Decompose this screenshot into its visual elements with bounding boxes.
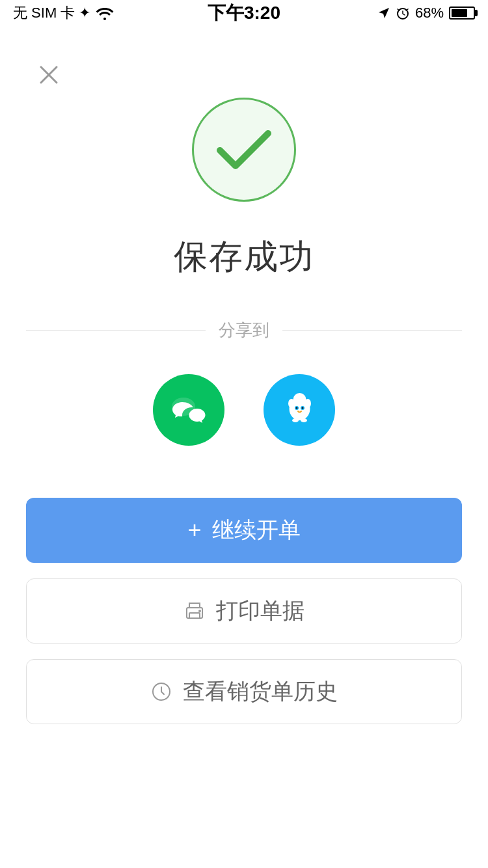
divider-line-right <box>282 330 462 331</box>
svg-rect-19 <box>189 613 200 618</box>
svg-point-9 <box>293 393 306 406</box>
view-history-button[interactable]: 查看销货单历史 <box>26 659 462 724</box>
view-history-label: 查看销货单历史 <box>183 677 338 707</box>
history-icon <box>150 681 172 703</box>
svg-point-6 <box>193 414 196 416</box>
location-icon <box>377 7 390 20</box>
print-label: 打印单据 <box>216 596 305 626</box>
close-icon <box>37 63 61 87</box>
svg-point-5 <box>183 405 186 409</box>
svg-point-16 <box>292 418 299 422</box>
continue-order-button[interactable]: + 继续开单 <box>26 498 462 563</box>
svg-point-13 <box>301 407 303 409</box>
action-buttons: + 继续开单 打印单据 查看销货单历史 <box>26 498 462 724</box>
checkmark-icon <box>215 126 273 174</box>
continue-order-icon: + <box>187 517 201 544</box>
success-circle <box>192 98 296 202</box>
success-title: 保存成功 <box>174 234 314 280</box>
svg-point-15 <box>305 399 311 408</box>
svg-point-14 <box>288 399 295 408</box>
print-icon <box>183 600 206 622</box>
no-sim-text: 无 SIM 卡 ✦ <box>13 3 90 23</box>
wechat-logo-icon <box>168 389 210 431</box>
share-icons <box>153 374 335 446</box>
status-bar: 无 SIM 卡 ✦ 下午3:20 68% <box>0 0 488 26</box>
share-label: 分享到 <box>219 319 269 342</box>
main-content: 保存成功 分享到 <box>0 26 488 868</box>
svg-point-12 <box>295 407 297 409</box>
qq-logo-icon <box>278 389 321 431</box>
wechat-share-button[interactable] <box>153 374 224 446</box>
alarm-icon <box>396 6 410 20</box>
svg-point-4 <box>178 405 181 409</box>
qq-share-button[interactable] <box>264 374 335 446</box>
close-button[interactable] <box>33 59 65 91</box>
status-right: 68% <box>377 5 475 21</box>
svg-point-7 <box>198 414 201 416</box>
divider-line-left <box>26 330 206 331</box>
status-time: 下午3:20 <box>208 1 280 25</box>
battery-icon <box>449 7 475 20</box>
status-left: 无 SIM 卡 ✦ <box>13 3 114 23</box>
svg-point-20 <box>198 610 201 612</box>
share-divider: 分享到 <box>26 319 462 342</box>
battery-percent: 68% <box>415 5 444 21</box>
wifi-icon <box>96 6 114 20</box>
print-button[interactable]: 打印单据 <box>26 578 462 644</box>
continue-order-label: 继续开单 <box>212 515 301 545</box>
svg-point-17 <box>301 418 307 422</box>
